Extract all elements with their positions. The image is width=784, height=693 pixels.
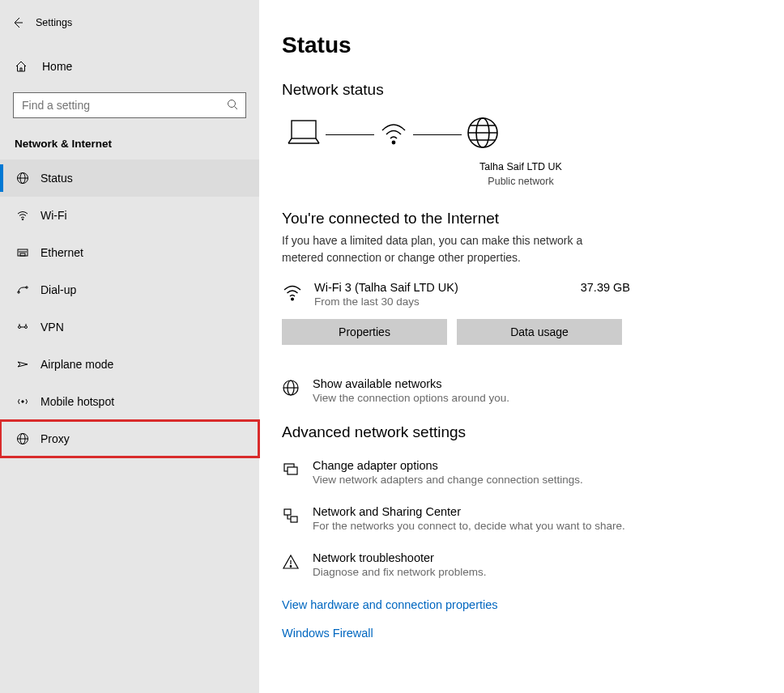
- sidebar-item-dialup[interactable]: Dial-up: [0, 271, 259, 308]
- page-title: Status: [282, 32, 760, 58]
- diagram-caption: Talha Saif LTD UK Public network: [282, 160, 760, 189]
- globe-icon: [465, 115, 501, 154]
- hotspot-icon: [16, 395, 40, 408]
- ethernet-icon: [16, 246, 40, 259]
- sidebar-item-label: Dial-up: [40, 283, 76, 296]
- wifi-network-row: Wi-Fi 3 (Talha Saif LTD UK) From the las…: [282, 281, 630, 308]
- diagram-line: [413, 134, 462, 135]
- svg-point-24: [290, 566, 292, 568]
- properties-button[interactable]: Properties: [282, 319, 447, 345]
- sidebar-item-airplane[interactable]: Airplane mode: [0, 346, 259, 383]
- network-diagram: [285, 115, 760, 154]
- svg-point-0: [228, 100, 236, 108]
- home-icon: [15, 60, 37, 73]
- globe-icon: [282, 379, 300, 397]
- phone-icon: [16, 283, 40, 296]
- sharing-center-option[interactable]: Network and Sharing Center For the netwo…: [282, 505, 654, 532]
- button-row: Properties Data usage: [282, 319, 622, 345]
- window-title: Settings: [36, 17, 72, 28]
- sidebar-item-vpn[interactable]: VPN: [0, 308, 259, 346]
- sidebar-item-status[interactable]: Status: [0, 159, 259, 197]
- wifi-period: From the last 30 days: [314, 295, 569, 308]
- sidebar-item-wifi[interactable]: Wi-Fi: [0, 197, 259, 234]
- connected-description: If you have a limited data plan, you can…: [282, 232, 622, 266]
- option-title: Change adapter options: [313, 459, 583, 472]
- globe-icon: [16, 432, 40, 445]
- search-container: [0, 84, 259, 118]
- adapter-icon: [282, 461, 300, 478]
- section-label: Network & Internet: [0, 118, 259, 159]
- data-usage-button[interactable]: Data usage: [457, 319, 622, 345]
- option-subtitle: Diagnose and fix network problems.: [313, 566, 487, 578]
- svg-point-8: [19, 326, 21, 329]
- sidebar-item-label: Proxy: [40, 432, 70, 445]
- svg-point-17: [292, 298, 294, 300]
- sidebar-item-label: Ethernet: [40, 246, 83, 259]
- wifi-icon: [377, 117, 410, 151]
- vpn-icon: [16, 321, 40, 334]
- wifi-icon: [16, 209, 40, 222]
- back-button[interactable]: [0, 8, 36, 37]
- option-title: Network troubleshooter: [313, 551, 487, 564]
- wifi-name: Wi-Fi 3 (Talha Saif LTD UK): [314, 281, 569, 294]
- laptop-icon: [285, 117, 322, 151]
- arrow-left-icon: [11, 16, 24, 29]
- svg-rect-21: [288, 467, 297, 474]
- home-label: Home: [42, 60, 72, 73]
- advanced-heading: Advanced network settings: [282, 423, 760, 441]
- sidebar-item-hotspot[interactable]: Mobile hotspot: [0, 383, 259, 420]
- sidebar-item-label: Wi-Fi: [40, 209, 67, 222]
- svg-rect-22: [284, 509, 291, 515]
- sidebar-item-label: Mobile hotspot: [40, 395, 114, 408]
- svg-point-14: [392, 141, 394, 143]
- warning-icon: [282, 553, 300, 571]
- option-title: Show available networks: [313, 377, 509, 390]
- svg-rect-23: [291, 517, 297, 522]
- connected-title: You're connected to the Internet: [282, 210, 760, 227]
- hardware-link[interactable]: View hardware and connection properties: [282, 598, 498, 611]
- diagram-profile: Public network: [282, 175, 760, 189]
- main-content: Status Network status Talha Saif LTD UK …: [259, 0, 784, 693]
- adapter-options[interactable]: Change adapter options View network adap…: [282, 459, 654, 486]
- diagram-line: [326, 134, 374, 135]
- titlebar: Settings: [0, 8, 259, 37]
- sidebar-item-proxy[interactable]: Proxy: [0, 420, 259, 457]
- svg-rect-5: [20, 253, 25, 256]
- airplane-icon: [16, 358, 40, 371]
- option-subtitle: For the networks you connect to, decide …: [313, 520, 625, 532]
- sharing-icon: [282, 507, 300, 525]
- network-status-heading: Network status: [282, 81, 760, 99]
- sidebar-item-label: VPN: [40, 321, 64, 334]
- search-box[interactable]: [13, 92, 246, 118]
- sidebar: Settings Home Network & Internet Status: [0, 0, 259, 693]
- svg-point-10: [22, 401, 23, 402]
- troubleshooter-option[interactable]: Network troubleshooter Diagnose and fix …: [282, 551, 654, 578]
- show-networks-option[interactable]: Show available networks View the connect…: [282, 377, 654, 404]
- diagram-ssid: Talha Saif LTD UK: [282, 160, 760, 175]
- svg-point-3: [22, 219, 23, 220]
- sidebar-item-label: Airplane mode: [40, 358, 113, 371]
- option-subtitle: View the connection options around you.: [313, 392, 509, 404]
- wifi-icon: [282, 283, 303, 305]
- sidebar-item-home[interactable]: Home: [0, 49, 259, 84]
- search-input[interactable]: [14, 93, 245, 117]
- globe-icon: [16, 172, 40, 185]
- sidebar-item-ethernet[interactable]: Ethernet: [0, 234, 259, 271]
- firewall-link[interactable]: Windows Firewall: [282, 627, 373, 640]
- search-icon: [226, 98, 239, 114]
- wifi-usage: 37.39 GB: [581, 281, 630, 294]
- option-title: Network and Sharing Center: [313, 505, 625, 518]
- sidebar-item-label: Status: [40, 172, 73, 185]
- option-subtitle: View network adapters and change connect…: [313, 474, 583, 486]
- svg-rect-13: [292, 121, 316, 138]
- svg-point-9: [25, 326, 28, 329]
